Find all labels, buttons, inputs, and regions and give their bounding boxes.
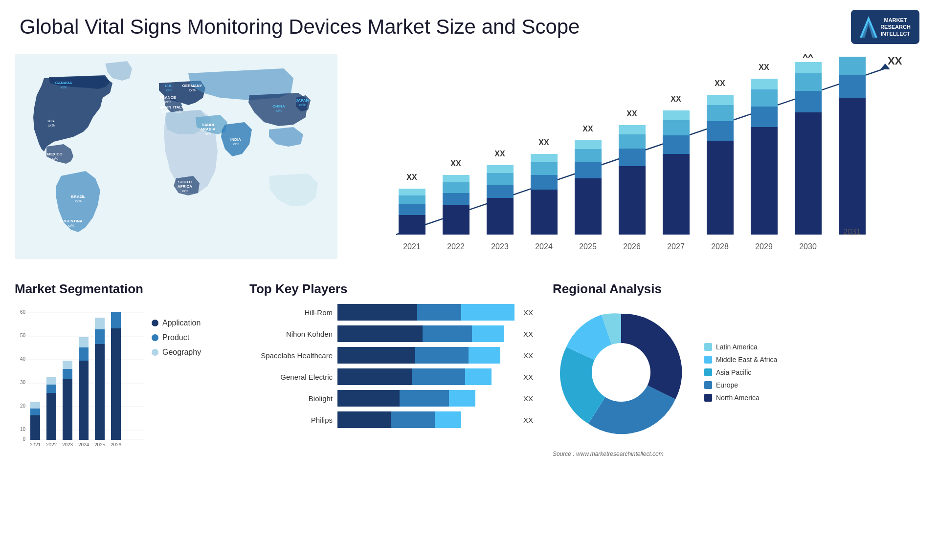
svg-text:10: 10 xyxy=(20,427,26,432)
svg-rect-126 xyxy=(79,361,89,440)
svg-text:xx%: xx% xyxy=(67,224,74,227)
svg-rect-39 xyxy=(399,204,425,215)
player-name: Spacelabs Healthcare xyxy=(249,351,333,360)
svg-rect-70 xyxy=(619,134,646,149)
svg-rect-131 xyxy=(95,318,105,329)
svg-text:xx%: xx% xyxy=(75,199,81,203)
bar-seg2 xyxy=(415,347,469,364)
bar-seg1 xyxy=(337,304,417,321)
svg-rect-68 xyxy=(619,166,646,235)
svg-text:XX: XX xyxy=(626,109,637,118)
svg-rect-59 xyxy=(531,154,558,162)
player-bar xyxy=(337,325,514,342)
segmentation-section: Market Segmentation 60 50 40 30 20 10 0 xyxy=(0,277,240,560)
svg-rect-45 xyxy=(443,193,470,205)
bar-seg3 xyxy=(469,347,500,364)
svg-text:2028: 2028 xyxy=(711,242,729,251)
svg-rect-121 xyxy=(46,385,56,393)
svg-text:xx%: xx% xyxy=(60,86,67,89)
player-row-ge: General Electric XX xyxy=(249,368,533,385)
svg-text:2024: 2024 xyxy=(78,442,89,446)
player-row-philips: Philips XX xyxy=(249,411,533,428)
svg-text:xx%: xx% xyxy=(181,189,188,193)
svg-text:50: 50 xyxy=(20,333,26,338)
svg-rect-65 xyxy=(575,140,602,149)
logo: MARKET RESEARCH INTELLECT xyxy=(851,10,919,44)
bar-seg3 xyxy=(465,368,492,385)
middle-east-color xyxy=(704,356,712,364)
svg-rect-118 xyxy=(30,409,40,415)
svg-text:2031: 2031 xyxy=(843,228,861,236)
svg-text:2025: 2025 xyxy=(94,442,106,446)
player-bar xyxy=(337,347,514,364)
svg-text:XX: XX xyxy=(803,54,813,59)
svg-rect-44 xyxy=(443,205,470,235)
svg-text:0: 0 xyxy=(22,436,25,442)
svg-text:2021: 2021 xyxy=(30,442,41,446)
svg-rect-50 xyxy=(487,198,514,235)
svg-text:xx%: xx% xyxy=(48,124,54,127)
svg-rect-124 xyxy=(63,369,72,379)
segmentation-legend: Application Product Geography xyxy=(152,304,201,357)
europe-color xyxy=(704,381,712,389)
svg-rect-75 xyxy=(663,135,690,154)
bar-chart-section: XX XX 2021 XX 2022 xyxy=(323,49,939,288)
legend-application: Application xyxy=(152,319,201,327)
legend-asia-pacific: Asia Pacific xyxy=(704,368,777,376)
svg-rect-38 xyxy=(399,215,425,235)
svg-rect-51 xyxy=(487,185,514,198)
svg-rect-129 xyxy=(95,344,105,440)
svg-rect-119 xyxy=(30,402,40,409)
svg-text:40: 40 xyxy=(20,356,26,362)
svg-text:ARABIA: ARABIA xyxy=(200,127,215,131)
bar-chart-svg: XX XX 2021 XX 2022 xyxy=(328,54,924,259)
svg-text:2022: 2022 xyxy=(46,442,57,446)
svg-rect-82 xyxy=(707,105,734,121)
world-map: CANADA xx% U.S. xx% MEXICO xx% BRAZIL xx… xyxy=(15,54,313,259)
players-list: Hill-Rom XX Nihon Kohden XX Spacelabs xyxy=(249,304,533,428)
page-title: Global Vital Signs Monitoring Devices Ma… xyxy=(20,15,580,39)
svg-rect-88 xyxy=(751,89,778,107)
svg-text:2021: 2021 xyxy=(403,242,421,251)
svg-text:U.S.: U.S. xyxy=(47,119,55,123)
svg-text:60: 60 xyxy=(20,309,26,315)
seg-chart-svg: 60 50 40 30 20 10 0 xyxy=(15,304,147,446)
svg-text:xx%: xx% xyxy=(232,142,239,146)
legend-europe: Europe xyxy=(704,381,777,389)
bar-seg2 xyxy=(391,411,435,428)
donut-container: Latin America Middle East & Africa Asia … xyxy=(553,304,924,441)
svg-point-141 xyxy=(592,343,650,402)
player-value: XX xyxy=(519,373,533,381)
svg-text:XX: XX xyxy=(715,79,725,87)
svg-rect-87 xyxy=(751,107,778,127)
legend-geography: Geography xyxy=(152,348,201,357)
svg-rect-58 xyxy=(531,162,558,175)
svg-rect-80 xyxy=(707,141,734,235)
svg-text:XX: XX xyxy=(582,125,593,133)
player-bar xyxy=(337,304,514,321)
player-name: Hill-Rom xyxy=(249,308,333,317)
svg-text:2026: 2026 xyxy=(623,242,641,251)
source-text: Source : www.marketresearchintellect.com xyxy=(553,451,924,457)
svg-rect-86 xyxy=(751,127,778,235)
svg-rect-46 xyxy=(443,182,470,193)
svg-rect-127 xyxy=(79,347,89,361)
svg-text:ARGENTINA: ARGENTINA xyxy=(59,219,83,223)
player-bar xyxy=(337,411,514,428)
svg-rect-62 xyxy=(575,178,602,235)
svg-text:SAUDI: SAUDI xyxy=(202,123,214,127)
svg-text:ITALY: ITALY xyxy=(173,105,184,109)
bar-seg3 xyxy=(472,325,504,342)
svg-rect-100 xyxy=(839,57,866,75)
svg-rect-92 xyxy=(795,112,822,235)
bar-chart: XX XX 2021 XX 2022 xyxy=(328,54,924,259)
player-value: XX xyxy=(519,308,533,317)
svg-text:SOUTH: SOUTH xyxy=(178,180,192,184)
svg-text:xx%: xx% xyxy=(164,100,171,104)
svg-text:XX: XX xyxy=(406,173,417,181)
svg-rect-98 xyxy=(839,98,866,235)
logo-text: MARKET RESEARCH INTELLECT xyxy=(880,17,911,38)
svg-rect-74 xyxy=(663,154,690,235)
bar-seg1 xyxy=(337,368,412,385)
svg-text:2030: 2030 xyxy=(799,242,817,251)
